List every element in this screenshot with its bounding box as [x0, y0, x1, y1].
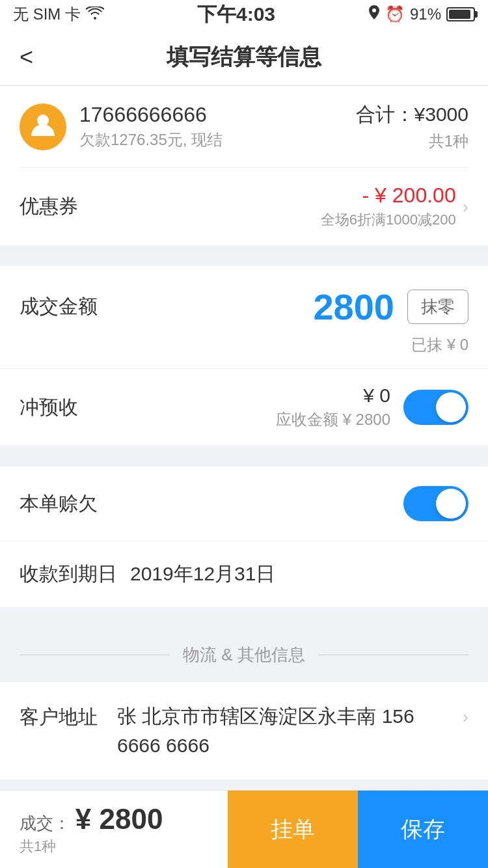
prepay-row: 冲预收 ¥ 0 应收金额 ¥ 2800 — [0, 368, 488, 446]
location-icon — [368, 5, 380, 23]
prepay-toggle[interactable] — [403, 390, 468, 425]
logistics-line-right — [318, 655, 468, 655]
alarm-icon: ⏰ — [385, 5, 405, 23]
due-value: 2019年12月31日 — [130, 561, 275, 588]
section-gap-1 — [0, 256, 488, 266]
content-area: 17666666666 欠款1276.35元, 现结 合计：¥3000 共1种 … — [0, 86, 488, 868]
coupon-amount: - ¥ 200.00 — [321, 183, 456, 208]
header: < 填写结算等信息 — [0, 29, 488, 86]
wifi-icon — [86, 5, 104, 23]
debt-toggle[interactable] — [403, 486, 468, 521]
coupon-wrap: - ¥ 200.00 全场6折满1000减200 — [321, 183, 456, 230]
coupon-desc: 全场6折满1000减200 — [321, 210, 456, 230]
status-time: 下午4:03 — [197, 1, 275, 28]
carrier-text: 无 SIM 卡 — [13, 4, 81, 25]
round-button[interactable]: 抹零 — [407, 290, 468, 324]
total-count: 共1种 — [356, 131, 468, 152]
coupon-label: 优惠券 — [20, 193, 78, 220]
back-button[interactable]: < — [13, 37, 40, 77]
footer-info: 成交： ¥ 2800 共1种 — [0, 803, 228, 856]
amount-section: 成交金额 2800 抹零 已抹 ¥ 0 冲预收 ¥ 0 应收金额 ¥ 2800 — [0, 266, 488, 446]
amount-row: 成交金额 2800 抹零 — [0, 266, 488, 334]
customer-sub: 欠款1276.35元, 现结 — [79, 129, 223, 150]
footer-label-row: 成交： ¥ 2800 — [20, 803, 208, 835]
address-value: 张 北京市市辖区海淀区永丰南 156 6666 6666 — [117, 701, 443, 760]
section-gap-3 — [0, 607, 488, 617]
due-label: 收款到期日 — [20, 561, 117, 588]
footer-label: 成交： — [20, 813, 70, 833]
prepay-label: 冲预收 — [20, 394, 78, 421]
total-amount: 合计：¥3000 — [356, 102, 468, 128]
due-date-row: 收款到期日 2019年12月31日 — [0, 541, 488, 607]
address-section: 客户地址 张 北京市市辖区海淀区永丰南 156 6666 6666 › — [0, 682, 488, 780]
amount-right: 2800 抹零 — [313, 286, 468, 328]
status-left: 无 SIM 卡 — [13, 4, 104, 25]
amount-sub: 已抹 ¥ 0 — [0, 334, 488, 368]
pending-button[interactable]: 挂单 — [228, 791, 358, 868]
avatar — [20, 103, 66, 150]
debt-section: 本单赊欠 收款到期日 2019年12月31日 — [0, 467, 488, 607]
customer-phone: 17666666666 — [79, 103, 223, 127]
avatar-icon — [29, 110, 57, 143]
footer: 成交： ¥ 2800 共1种 挂单 保存 — [0, 790, 488, 868]
prepay-sub: 应收金额 ¥ 2800 — [276, 409, 390, 430]
footer-buttons: 挂单 保存 — [228, 791, 488, 868]
logistics-line-left — [20, 655, 170, 655]
footer-amount: ¥ 2800 — [75, 803, 163, 835]
battery-percent: 91% — [410, 5, 441, 23]
amount-label: 成交金额 — [20, 293, 98, 320]
status-right: ⏰ 91% — [368, 5, 475, 23]
debt-toggle-knob — [436, 489, 466, 519]
prepay-amount: ¥ 0 — [276, 385, 390, 407]
prepay-right: ¥ 0 应收金额 ¥ 2800 — [276, 385, 468, 430]
address-chevron-icon: › — [463, 701, 468, 727]
footer-count: 共1种 — [20, 837, 208, 856]
toggle-knob — [436, 392, 466, 422]
coupon-right: - ¥ 200.00 全场6折满1000减200 › — [321, 183, 468, 230]
prepay-amount-wrap: ¥ 0 应收金额 ¥ 2800 — [276, 385, 390, 430]
save-button[interactable]: 保存 — [358, 791, 488, 868]
section-gap-2 — [0, 446, 488, 456]
customer-info: 17666666666 欠款1276.35元, 现结 — [79, 103, 223, 150]
customer-row: 17666666666 欠款1276.35元, 现结 合计：¥3000 共1种 — [0, 86, 488, 167]
customer-card: 17666666666 欠款1276.35元, 现结 合计：¥3000 共1种 … — [0, 86, 488, 245]
logistics-section: 物流 & 其他信息 — [0, 628, 488, 682]
page-title: 填写结算等信息 — [167, 42, 321, 72]
coupon-row[interactable]: 优惠券 - ¥ 200.00 全场6折满1000减200 › — [0, 168, 488, 245]
amount-value: 2800 — [313, 286, 394, 328]
debt-row: 本单赊欠 — [0, 467, 488, 541]
logistics-title: 物流 & 其他信息 — [183, 644, 305, 666]
chevron-right-icon: › — [463, 197, 468, 217]
address-row[interactable]: 客户地址 张 北京市市辖区海淀区永丰南 156 6666 6666 › — [0, 682, 488, 780]
debt-label: 本单赊欠 — [20, 491, 98, 517]
status-bar: 无 SIM 卡 下午4:03 ⏰ 91% — [0, 0, 488, 29]
customer-right: 合计：¥3000 共1种 — [356, 102, 468, 152]
battery-icon — [446, 7, 475, 21]
logistics-header: 物流 & 其他信息 — [0, 628, 488, 682]
customer-left: 17666666666 欠款1276.35元, 现结 — [20, 103, 223, 150]
address-label: 客户地址 — [20, 701, 98, 731]
